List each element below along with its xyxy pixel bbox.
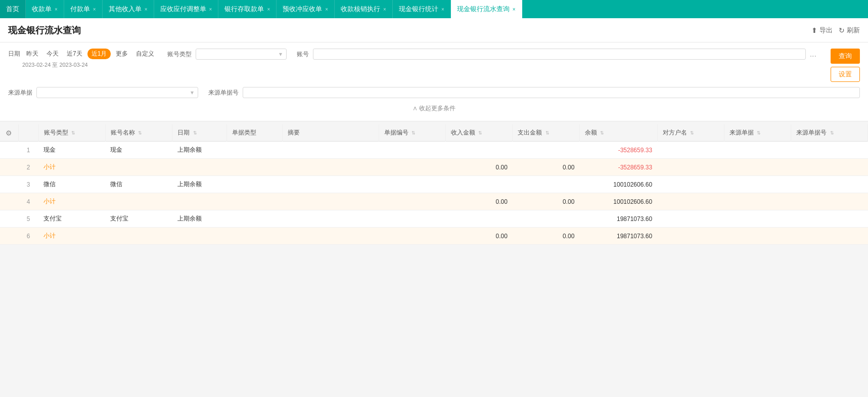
row-doc-type (227, 193, 283, 210)
row-seq: 6 (18, 228, 38, 245)
row-counterparty (657, 228, 724, 245)
col-balance[interactable]: 余额 ⇅ (579, 124, 657, 142)
close-other-income-icon[interactable]: × (145, 7, 148, 12)
account-no-group: 账号 ... (297, 49, 816, 60)
close-bank-deposit-icon[interactable]: × (267, 7, 270, 12)
account-type-label: 账号类型 (167, 50, 192, 59)
nav-ar-ap-adjust-label: 应收应付调整单 (160, 5, 206, 14)
row-summary (282, 228, 379, 245)
nav-cash-bank-stat-label: 现金银行统计 (399, 5, 438, 14)
col-doc-no[interactable]: 单据编号 ⇅ (379, 124, 445, 142)
row-source-doc (724, 142, 791, 159)
col-account-type[interactable]: 账号类型 ⇅ (38, 124, 105, 142)
query-button[interactable]: 查询 (831, 49, 860, 64)
export-label: 导出 (819, 26, 833, 35)
close-cash-bank-flow-icon[interactable]: × (513, 7, 516, 12)
row-account-type: 现金 (38, 142, 105, 159)
row-settings-cell (0, 228, 18, 245)
nav-ar-ap-adjust[interactable]: 应收应付调整单 × (154, 0, 219, 18)
col-summary-label: 摘要 (288, 129, 300, 136)
date-yesterday[interactable]: 昨天 (23, 49, 41, 59)
export-button[interactable]: ⬆ 导出 (811, 26, 833, 35)
table-row: 5 支付宝 支付宝 上期余额 19871073.60 (0, 210, 868, 228)
sort-doc-no-icon: ⇅ (412, 130, 416, 136)
export-icon: ⬆ (811, 26, 817, 34)
row-balance: 100102606.60 (579, 176, 657, 193)
row-settings-cell (0, 193, 18, 210)
table-header-row: ⚙ 账号类型 ⇅ 账号名称 ⇅ 日期 ⇅ 单据类型 (0, 124, 868, 142)
account-type-select[interactable]: ▾ (196, 49, 287, 60)
sort-source-doc-no-icon: ⇅ (830, 130, 834, 136)
collapse-bar[interactable]: ∧ 收起更多条件 (8, 102, 860, 115)
col-date[interactable]: 日期 ⇅ (172, 124, 227, 142)
date-more[interactable]: 更多 (113, 49, 131, 59)
date-today[interactable]: 今天 (43, 49, 62, 59)
row-source-doc (724, 210, 791, 228)
col-account-name-label: 账号名称 (111, 129, 135, 136)
row-account-type: 小计 (38, 193, 105, 210)
row-account-type: 小计 (38, 228, 105, 245)
row-income (446, 176, 513, 193)
account-no-dots[interactable]: ... (810, 50, 816, 59)
nav-home[interactable]: 首页 (0, 0, 26, 18)
close-payment-icon[interactable]: × (93, 7, 96, 12)
close-receipt-icon[interactable]: × (55, 7, 58, 12)
row-income: 0.00 (446, 159, 513, 176)
row-seq: 3 (18, 176, 38, 193)
row-account-name (105, 159, 172, 176)
col-doc-no-label: 单据编号 (384, 129, 408, 136)
close-ar-ap-adjust-icon[interactable]: × (209, 7, 212, 12)
source-doc-select[interactable]: ▾ (36, 87, 198, 98)
source-doc-group: 来源单据 ▾ (8, 87, 198, 98)
top-nav: 首页 收款单 × 付款单 × 其他收入单 × 应收应付调整单 × 银行存取款单 … (0, 0, 868, 18)
col-source-doc-label: 来源单据 (729, 129, 754, 136)
col-account-name[interactable]: 账号名称 ⇅ (105, 124, 172, 142)
row-doc-type (227, 210, 283, 228)
nav-receipt-verify-label: 收款核销执行 (341, 5, 380, 14)
col-source-doc-no[interactable]: 来源单据号 ⇅ (791, 124, 868, 142)
nav-prepay-offset-label: 预收冲应收单 (283, 5, 322, 14)
col-income-label: 收入金额 (451, 129, 475, 136)
settings-button[interactable]: 设置 (831, 67, 860, 82)
nav-other-income[interactable]: 其他收入单 × (103, 0, 154, 18)
row-settings-cell (0, 159, 18, 176)
date-1month[interactable]: 近1月 (87, 49, 111, 59)
nav-prepay-offset[interactable]: 预收冲应收单 × (277, 0, 335, 18)
row-expense (513, 210, 579, 228)
refresh-button[interactable]: ↻ 刷新 (839, 26, 860, 35)
account-no-input[interactable] (313, 49, 805, 60)
col-counterparty[interactable]: 对方户名 ⇅ (657, 124, 724, 142)
row-counterparty (657, 210, 724, 228)
nav-cash-bank-stat[interactable]: 现金银行统计 × (393, 0, 451, 18)
source-doc-no-input[interactable] (243, 87, 860, 98)
close-prepay-offset-icon[interactable]: × (325, 7, 328, 12)
collapse-label: ∧ 收起更多条件 (413, 105, 455, 112)
row-doc-no (379, 159, 445, 176)
nav-bank-deposit[interactable]: 银行存取款单 × (218, 0, 277, 18)
nav-home-label: 首页 (6, 5, 19, 14)
nav-payment[interactable]: 付款单 × (64, 0, 103, 18)
nav-receipt-verify[interactable]: 收款核销执行 × (335, 0, 393, 18)
row-account-name: 现金 (105, 142, 172, 159)
col-settings[interactable]: ⚙ (0, 124, 18, 142)
date-7days[interactable]: 近7天 (64, 49, 85, 59)
row-source-doc (724, 176, 791, 193)
nav-cash-bank-flow[interactable]: 现金银行流水查询 × (451, 0, 522, 18)
account-type-group: 账号类型 ▾ (167, 49, 287, 60)
col-source-doc[interactable]: 来源单据 ⇅ (724, 124, 791, 142)
row-expense (513, 142, 579, 159)
table-row: 2 小计 0.00 0.00 -3528659.33 (0, 159, 868, 176)
row-date: 上期余额 (172, 210, 227, 228)
col-account-type-label: 账号类型 (44, 129, 68, 136)
table-gear-icon[interactable]: ⚙ (6, 129, 12, 137)
row-settings-cell (0, 176, 18, 193)
nav-receipt[interactable]: 收款单 × (26, 0, 64, 18)
row-income: 0.00 (446, 193, 513, 210)
close-receipt-verify-icon[interactable]: × (383, 7, 386, 12)
date-custom[interactable]: 自定义 (133, 49, 157, 59)
close-cash-bank-stat-icon[interactable]: × (441, 7, 444, 12)
row-date (172, 193, 227, 210)
date-label: 日期 (8, 50, 20, 58)
col-income[interactable]: 收入金额 ⇅ (446, 124, 513, 142)
col-expense[interactable]: 支出金额 ⇅ (513, 124, 579, 142)
